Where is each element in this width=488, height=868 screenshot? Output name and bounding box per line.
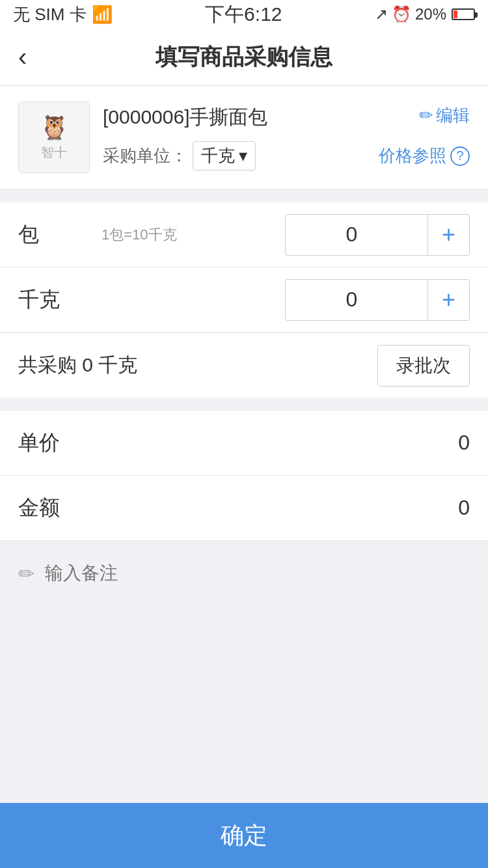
input-section: 包 1包=10千克 + 千克 +	[0, 202, 488, 332]
product-thumb-icon: 🦉	[40, 114, 69, 141]
amount-row: 金额 0	[0, 476, 488, 541]
record-batch-button[interactable]: 录批次	[377, 345, 470, 387]
kg-input-right: +	[285, 279, 470, 321]
product-card: 🦉 智十 [0000006]手撕面包 ✏ 编辑 采购单位： 千克 ▾ 价格参照 …	[0, 86, 488, 189]
amount-label: 金额	[18, 494, 60, 522]
confirm-button[interactable]: 确定	[0, 803, 488, 868]
kg-qty-input[interactable]	[285, 279, 428, 321]
battery-percent: 20%	[415, 5, 446, 23]
unit-select[interactable]: 千克 ▾	[193, 141, 256, 170]
unit-value: 千克	[201, 144, 235, 167]
bag-input-right: +	[285, 214, 470, 256]
product-info: [0000006]手撕面包 ✏ 编辑 采购单位： 千克 ▾ 价格参照 ?	[103, 104, 470, 170]
nav-bar: ‹ 填写商品采购信息	[0, 29, 488, 86]
kg-label: 千克	[18, 286, 96, 314]
bag-qty-input[interactable]	[285, 214, 428, 256]
price-ref-label: 价格参照	[379, 144, 446, 167]
bag-label: 包	[18, 221, 96, 249]
no-sim-label: 无 SIM 卡	[13, 3, 87, 26]
summary-text: 共采购 0 千克	[18, 352, 137, 379]
unit-price-row: 单价 0	[0, 411, 488, 476]
product-thumbnail: 🦉 智十	[18, 102, 90, 173]
battery-icon	[452, 8, 475, 20]
unit-label-group: 采购单位： 千克 ▾	[103, 141, 256, 170]
section-divider-1	[0, 189, 488, 202]
bag-plus-button[interactable]: +	[428, 214, 470, 256]
battery-fill	[454, 10, 457, 18]
bag-input-row: 包 1包=10千克 +	[0, 202, 488, 267]
bottom-space	[0, 606, 488, 801]
product-name: [0000006]手撕面包	[103, 104, 267, 131]
unit-price-value: 0	[458, 431, 470, 455]
back-button[interactable]: ‹	[18, 42, 27, 72]
location-icon: ↗	[375, 5, 388, 23]
pencil-icon: ✏	[18, 562, 34, 585]
bag-sub-label: 1包=10千克	[102, 225, 177, 245]
price-section: 单价 0 金额 0	[0, 411, 488, 541]
price-ref-icon: ?	[450, 146, 470, 166]
product-thumb-label: 智十	[41, 144, 67, 161]
chevron-down-icon: ▾	[239, 146, 247, 166]
unit-prefix: 采购单位：	[103, 146, 187, 165]
product-unit-row: 采购单位： 千克 ▾ 价格参照 ?	[103, 141, 470, 170]
product-header: [0000006]手撕面包 ✏ 编辑	[103, 104, 470, 131]
remark-section: ✏	[0, 541, 488, 606]
edit-icon: ✏	[419, 105, 433, 126]
kg-input-row: 千克 +	[0, 267, 488, 332]
wifi-icon: 📶	[92, 5, 113, 25]
remark-input[interactable]	[45, 563, 470, 584]
summary-row: 共采购 0 千克 录批次	[0, 332, 488, 398]
section-divider-2	[0, 398, 488, 411]
price-ref-link[interactable]: 价格参照 ?	[379, 144, 470, 167]
edit-link[interactable]: ✏ 编辑	[419, 104, 470, 127]
kg-plus-button[interactable]: +	[428, 279, 470, 321]
status-time: 下午6:12	[205, 1, 282, 28]
page-title: 填写商品采购信息	[156, 42, 332, 72]
alarm-icon: ⏰	[392, 5, 411, 23]
status-left: 无 SIM 卡 📶	[13, 3, 113, 26]
status-right: ↗ ⏰ 20%	[375, 5, 475, 23]
unit-price-label: 单价	[18, 429, 60, 457]
status-bar: 无 SIM 卡 📶 下午6:12 ↗ ⏰ 20%	[0, 0, 488, 29]
edit-label: 编辑	[436, 104, 470, 127]
amount-value: 0	[458, 496, 470, 520]
